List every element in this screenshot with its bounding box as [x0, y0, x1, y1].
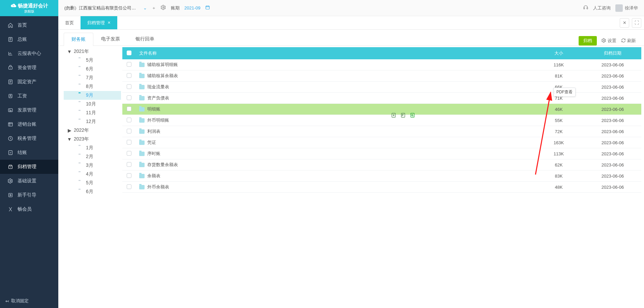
file-table-wrap: 文件名称 大小 归档日期 辅助核算明细账116K2023-06-06辅助核算余额… [121, 46, 644, 308]
row-checkbox[interactable] [122, 93, 136, 104]
folder-icon [79, 172, 83, 176]
nav-label: 资金管理 [18, 65, 36, 71]
file-name: 凭证 [147, 140, 156, 146]
calendar-icon[interactable] [205, 5, 210, 11]
svg-point-12 [163, 7, 164, 8]
subtab-1[interactable]: 电子发票 [93, 32, 128, 45]
sidebar-item-9[interactable]: 结账 [0, 146, 58, 160]
settings-link[interactable]: 设置 [602, 38, 616, 44]
col-date-header[interactable]: 归档日期 [584, 47, 641, 59]
folder-icon [79, 111, 83, 115]
table-row[interactable]: 外币明细账55K2023-06-06 [122, 115, 641, 126]
fullscreen-toggle[interactable]: ⛶ [632, 18, 641, 28]
tree-month[interactable]: 5月 [64, 179, 121, 187]
period-value[interactable]: 2021-09 [184, 5, 201, 10]
brand-edition: 旗舰版 [24, 9, 34, 14]
plus-icon[interactable]: ＋ [152, 5, 156, 11]
nav-label: 畅会员 [18, 206, 32, 212]
sidebar-item-1[interactable]: 总账 [0, 32, 58, 47]
sidebar-item-7[interactable]: 进销台账 [0, 117, 58, 131]
company-selector[interactable]: (勿删）江西服宝精品有限责任公司（... [64, 5, 139, 11]
table-row[interactable]: 序时账113K2023-06-06 [122, 148, 641, 159]
tree-month[interactable]: 3月 [64, 161, 121, 170]
username: 徐泽华 [625, 5, 638, 11]
subtab-2[interactable]: 银行回单 [128, 32, 162, 45]
month-label: 8月 [86, 84, 93, 90]
folder-icon [139, 96, 145, 100]
headset-icon[interactable] [583, 5, 588, 11]
table-row[interactable]: 凭证163K2023-06-06 [122, 137, 641, 148]
tab-0[interactable]: 首页 [58, 16, 81, 29]
row-checkbox[interactable] [122, 82, 136, 93]
table-row[interactable]: 存货数量余额表62K2023-06-06 [122, 159, 641, 171]
sidebar-item-8[interactable]: 税务管理 [0, 131, 58, 146]
row-checkbox[interactable] [122, 182, 136, 193]
row-checkbox[interactable] [122, 126, 136, 137]
chevron-down-icon[interactable]: ⌄ [143, 5, 147, 10]
tree-year-2[interactable]: ▼2023年 [64, 135, 121, 144]
row-checkbox[interactable] [122, 148, 136, 159]
col-name-header[interactable]: 文件名称 [136, 47, 533, 59]
subtab-0[interactable]: 财务账 [64, 33, 93, 46]
table-row[interactable]: 明细账46K2023-06-06 [122, 104, 641, 115]
file-name: 辅助核算明细账 [147, 62, 178, 68]
tree-month[interactable]: 8月 [64, 82, 121, 91]
sidebar-item-0[interactable]: 首页 [0, 18, 58, 32]
sidebar-item-4[interactable]: 固定资产 [0, 75, 58, 89]
user-menu[interactable]: 徐泽华 [615, 4, 638, 12]
refresh-link[interactable]: 刷新 [621, 38, 636, 44]
tree-month[interactable]: 11月 [64, 109, 121, 117]
folder-icon [139, 141, 145, 145]
sidebar-unpin[interactable]: ↢ 取消固定 [0, 294, 58, 308]
row-checkbox[interactable] [122, 70, 136, 82]
table-row[interactable]: 外币余额表48K2023-06-06 [122, 182, 641, 193]
folder-icon [139, 129, 145, 134]
row-checkbox[interactable] [122, 115, 136, 126]
row-checkbox[interactable] [122, 137, 136, 148]
sidebar-item-3[interactable]: 资金管理 [0, 61, 58, 75]
table-row[interactable]: 辅助核算余额表81K2023-06-06 [122, 70, 641, 82]
tree-month[interactable]: 6月 [64, 187, 121, 196]
month-label: 2月 [86, 154, 93, 160]
col-size-header[interactable]: 大小 [533, 47, 584, 59]
tree-month[interactable]: 4月 [64, 170, 121, 179]
sidebar-item-13[interactable]: 畅会员 [0, 202, 58, 216]
sidebar-item-2[interactable]: 云报表中心 [0, 47, 58, 61]
table-row[interactable]: 余额表83K2023-06-06 [122, 171, 641, 182]
col-check-header[interactable] [122, 47, 136, 59]
tree-month[interactable]: 2月 [64, 152, 121, 161]
row-checkbox[interactable] [122, 171, 136, 182]
tree-month[interactable]: 9月 [64, 91, 121, 100]
row-checkbox[interactable] [122, 159, 136, 171]
row-checkbox[interactable] [122, 59, 136, 70]
nav-label: 新手引导 [18, 192, 36, 198]
tree-month[interactable]: 7月 [64, 73, 121, 82]
tree-month[interactable]: 10月 [64, 100, 121, 109]
tree-month[interactable]: 5月 [64, 56, 121, 65]
table-row[interactable]: 利润表72K2023-06-06 [122, 126, 641, 137]
tree-month[interactable]: 1月 [64, 144, 121, 152]
tree-year-0[interactable]: ▼2021年 [64, 47, 121, 56]
consult-link[interactable]: 人工咨询 [593, 5, 611, 11]
tree-year-1[interactable]: ▶2022年 [64, 126, 121, 135]
sidebar-item-12[interactable]: 新手引导 [0, 188, 58, 202]
folder-icon [79, 190, 83, 194]
sidebar-item-10[interactable]: 归档管理 [0, 160, 58, 174]
logo: 畅捷通好会计 旗舰版 [0, 0, 58, 16]
archive-date: 2023-06-06 [584, 159, 641, 171]
gear-icon[interactable] [161, 5, 166, 11]
table-row[interactable]: 辅助核算明细账116K2023-06-06 [122, 59, 641, 70]
row-checkbox[interactable] [122, 104, 136, 115]
file-name: 现金流量表 [147, 84, 169, 90]
avatar [615, 4, 623, 12]
tab-1[interactable]: 归档管理✕ [81, 16, 117, 29]
sidebar-item-11[interactable]: 基础设置 [0, 174, 58, 188]
close-icon[interactable]: ✕ [108, 21, 111, 25]
archive-button[interactable]: 归档 [579, 36, 597, 45]
tree-month[interactable]: 6月 [64, 65, 121, 73]
sidebar-item-5[interactable]: 工资 [0, 89, 58, 103]
file-name: 外币余额表 [147, 184, 169, 190]
tree-month[interactable]: 12月 [64, 117, 121, 126]
close-all-tabs[interactable]: ✕ [620, 18, 629, 28]
sidebar-item-6[interactable]: 发票管理 [0, 103, 58, 117]
